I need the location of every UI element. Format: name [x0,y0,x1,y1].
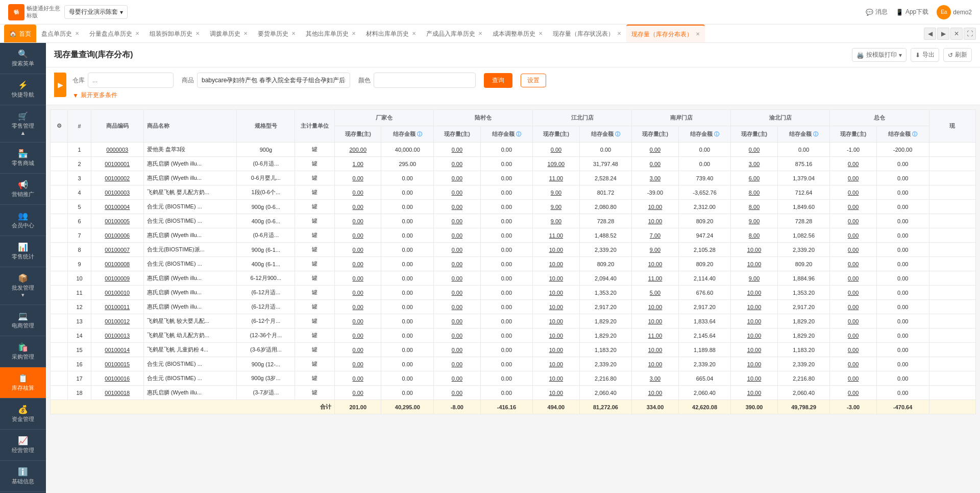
row-l-stock[interactable]: 0.00 [434,300,480,314]
row-code[interactable]: 00100012 [91,314,143,328]
row-l-stock[interactable]: 0.00 [434,328,480,343]
row-l-stock[interactable]: 0.00 [434,286,480,300]
row-na-stock[interactable]: 11.00 [632,328,678,343]
column-settings-icon[interactable]: ⚙ [57,123,62,129]
row-l-stock[interactable]: 0.00 [434,157,480,171]
row-yb-stock[interactable]: 0.00 [731,143,777,157]
industry-selector[interactable]: 母婴行业演示陈套 ▾ [64,5,128,19]
row-na-stock[interactable]: 3.00 [632,171,678,185]
row-total-stock[interactable]: 0.00 [830,271,876,286]
row-total-stock[interactable]: 0.00 [830,386,876,400]
row-f-stock[interactable]: 0.00 [335,228,381,243]
filter-toggle-btn[interactable]: ▶ [54,73,66,97]
close-icon[interactable]: ✕ [243,27,248,41]
row-yb-stock[interactable]: 9.00 [731,271,777,286]
warehouse-input[interactable] [88,73,174,88]
sidebar-item-business[interactable]: 📈 经营管理 [0,430,46,461]
tab-split-count-history[interactable]: 分量盘点单历史 ✕ [84,25,144,43]
row-l-stock[interactable]: 0.00 [434,214,480,228]
row-jb-stock[interactable]: 10.00 [533,371,579,386]
tab-inventory-count-history[interactable]: 盘点单历史 ✕ [36,25,84,43]
row-na-stock[interactable]: 10.00 [632,386,678,400]
row-jb-stock[interactable]: 10.00 [533,286,579,300]
row-jb-stock[interactable]: 9.00 [533,200,579,214]
row-jb-stock[interactable]: 11.00 [533,228,579,243]
row-na-stock[interactable]: 0.00 [632,157,678,171]
row-f-stock[interactable]: 200.00 [335,143,381,157]
refresh-btn[interactable]: ↺ 刷新 [943,48,972,62]
tab-assembly-history[interactable]: 组装拆卸单历史 ✕ [144,25,205,43]
row-yb-stock[interactable]: 10.00 [731,257,777,271]
close-icon[interactable]: ✕ [135,27,139,41]
tab-material-outbound[interactable]: 材料出库单历史 ✕ [361,25,421,43]
row-yb-stock[interactable]: 8.00 [731,185,777,200]
row-total-stock[interactable]: 0.00 [830,328,876,343]
row-code[interactable]: 00100001 [91,157,143,171]
sidebar-item-wholesale[interactable]: 📦 批发管理 ▾ [0,267,46,305]
row-na-stock[interactable]: 3.00 [632,371,678,386]
sidebar-item-basic-info[interactable]: ℹ️ 基础信息 [0,461,46,492]
row-yb-stock[interactable]: 3.00 [731,157,777,171]
sidebar-item-purchase[interactable]: 🛍️ 采购管理 [0,336,46,367]
row-f-stock[interactable]: 0.00 [335,371,381,386]
row-code[interactable]: 00100006 [91,228,143,243]
row-l-stock[interactable]: 0.00 [434,171,480,185]
row-jb-stock[interactable]: 10.00 [533,243,579,257]
close-icon[interactable]: ✕ [538,27,543,41]
row-jb-stock[interactable]: 9.00 [533,214,579,228]
row-code[interactable]: 0000003 [91,143,143,157]
close-icon[interactable]: ✕ [617,27,621,41]
row-code[interactable]: 00100003 [91,185,143,200]
export-btn[interactable]: ⬇ 导出 [911,48,939,62]
row-l-stock[interactable]: 0.00 [434,386,480,400]
row-f-stock[interactable]: 0.00 [335,386,381,400]
nav-next-btn[interactable]: ▶ [937,28,949,40]
tab-order-history[interactable]: 要货单历史 ✕ [253,25,301,43]
tab-other-outbound[interactable]: 其他出库单历史 ✕ [301,25,361,43]
row-code[interactable]: 00100010 [91,286,143,300]
row-total-stock[interactable]: 0.00 [830,314,876,328]
row-jb-stock[interactable]: 10.00 [533,271,579,286]
tab-finished-inbound[interactable]: 产成品入库单历史 ✕ [421,25,487,43]
row-f-stock[interactable]: 0.00 [335,243,381,257]
row-total-stock[interactable]: 0.00 [830,371,876,386]
row-total-stock[interactable]: 0.00 [830,214,876,228]
row-l-stock[interactable]: 0.00 [434,200,480,214]
row-yb-stock[interactable]: 10.00 [731,371,777,386]
row-total-stock[interactable]: 0.00 [830,243,876,257]
row-yb-stock[interactable]: 8.00 [731,200,777,214]
app-download-btn[interactable]: 📱 App下载 [896,8,928,16]
nav-close-all-btn[interactable]: ✕ [950,28,963,40]
row-na-stock[interactable]: 11.00 [632,271,678,286]
row-na-stock[interactable]: 9.00 [632,243,678,257]
print-btn[interactable]: 🖨️ 按模版打印 ▾ [852,48,906,62]
row-na-stock[interactable]: 10.00 [632,257,678,271]
tab-transfer-history[interactable]: 调拨单历史 ✕ [205,25,253,43]
row-f-stock[interactable]: 0.00 [335,328,381,343]
sidebar-item-finance[interactable]: 💰 资金管理 [0,398,46,430]
row-l-stock[interactable]: 0.00 [434,314,480,328]
row-l-stock[interactable]: 0.00 [434,143,480,157]
row-na-stock[interactable]: 0.00 [632,143,678,157]
row-f-stock[interactable]: 0.00 [335,343,381,357]
row-f-stock[interactable]: 0.00 [335,314,381,328]
sidebar-item-quicknav[interactable]: ⚡ 快捷导航 [0,74,46,105]
user-avatar[interactable]: Ea demo2 [937,5,972,19]
close-icon[interactable]: ✕ [412,27,416,41]
close-icon[interactable]: ✕ [352,27,356,41]
row-yb-stock[interactable]: 10.00 [731,286,777,300]
row-f-stock[interactable]: 0.00 [335,185,381,200]
row-na-stock[interactable]: 10.00 [632,357,678,371]
row-total-stock[interactable]: 0.00 [830,257,876,271]
row-na-stock[interactable]: 10.00 [632,214,678,228]
message-btn[interactable]: 💬 消息 [866,8,888,16]
row-l-stock[interactable]: 0.00 [434,357,480,371]
row-yb-stock[interactable]: 10.00 [731,357,777,371]
row-jb-stock[interactable]: 0.00 [533,143,579,157]
row-code[interactable]: 00100016 [91,371,143,386]
row-yb-stock[interactable]: 10.00 [731,343,777,357]
row-code[interactable]: 00100014 [91,343,143,357]
tab-cost-adjustment[interactable]: 成本调整单历史 ✕ [487,25,548,43]
row-code[interactable]: 00100007 [91,243,143,257]
row-yb-stock[interactable]: 10.00 [731,314,777,328]
